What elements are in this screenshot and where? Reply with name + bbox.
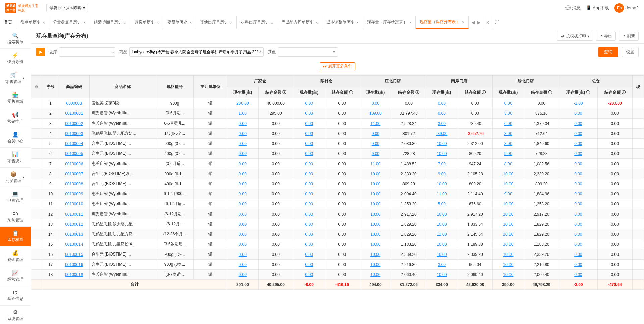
- table-row: 18 00100018 惠氏启智 (Wyeth illu... (3-7岁适..…: [31, 270, 644, 280]
- col-factory-amt: 结存金额 ⓘ: [258, 87, 293, 98]
- user-area[interactable]: Ea demo2: [614, 3, 639, 13]
- search-btn[interactable]: 查询: [598, 47, 618, 57]
- page-title: 现存量查询(库存分布): [36, 33, 88, 40]
- col-spec-header: 规格型号: [156, 76, 193, 98]
- refresh-btn[interactable]: ↺ 刷新: [619, 32, 639, 41]
- filter-expand-arrow[interactable]: ▶: [36, 48, 45, 56]
- color-filter: 颜色 ▾: [268, 47, 338, 57]
- tab-material-out[interactable]: 材料出库单历史 ×: [237, 16, 277, 29]
- export-btn[interactable]: ↗ 导出: [596, 32, 616, 41]
- ecommerce-icon: 💻: [1, 191, 29, 197]
- col-extra-header: 现: [632, 76, 644, 98]
- table-row: 10 00100009 惠氏启智 (Wyeth illu... 6-12月900…: [31, 189, 644, 199]
- app-download-btn[interactable]: 📱 App下载: [586, 5, 609, 11]
- table-row: 1 0000003 爱他美 卤莱3段 900g 罐 200.00 40,000.…: [31, 98, 644, 108]
- tab-inventory-check[interactable]: 盘点单历史 ×: [16, 16, 49, 29]
- col-jiangbei-header: 江北门店: [360, 76, 426, 87]
- table-row: 13 00100012 飞鹤星飞帆 较大婴儿配... (6-12月... 罐 0…: [31, 219, 644, 229]
- sidebar-item-operations[interactable]: 📈 经营管理: [0, 266, 31, 286]
- stats-icon: 📊: [1, 151, 29, 157]
- table-row: 17 00100016 合生元 (BIOSTIME) ... 900g (3岁.…: [31, 260, 644, 270]
- product-dots-icon[interactable]: ···: [259, 50, 262, 54]
- sidebar-item-system[interactable]: ⚙ 系统管理: [0, 306, 31, 324]
- logo-text: 畅捷通好生意 标版: [18, 4, 38, 12]
- close-icon[interactable]: ×: [409, 20, 411, 25]
- sidebar-item-finance[interactable]: 💰 资金管理: [0, 246, 31, 266]
- system-icon: ⚙: [1, 309, 29, 315]
- table-row: 2 00100001 惠氏启智 (Wyeth illu... (0-6月适...…: [31, 108, 644, 119]
- sidebar: 🔍 搜索英单 ⚡ 快捷导航 🛒 零售管理 ▲ 🏪 零售商城 📢 营销推广 👤 会…: [0, 29, 31, 324]
- close-icon[interactable]: ×: [316, 20, 318, 25]
- warehouse-input[interactable]: [59, 47, 115, 57]
- tab-requisition[interactable]: 要货单历史 ×: [163, 16, 196, 29]
- table-row: 16 00100015 合生元 (BIOSTIME) ... 900g (12-…: [31, 249, 644, 260]
- expand-icon: ⛶: [495, 20, 499, 25]
- gear-icon[interactable]: ⚙: [35, 85, 38, 89]
- product-input[interactable]: [129, 47, 264, 57]
- close-icon[interactable]: ×: [43, 20, 45, 25]
- close-icon[interactable]: ×: [83, 20, 85, 25]
- color-dropdown-icon: ▾: [333, 50, 335, 54]
- dots-icon[interactable]: ···: [111, 50, 114, 54]
- sidebar-item-retail-mgmt[interactable]: 🛒 零售管理 ▲: [0, 68, 31, 88]
- tab-stock-dist[interactable]: 现存量（库存分布表） ×: [416, 16, 468, 29]
- member-icon: 👤: [1, 131, 29, 138]
- col-total-header: 总仓: [559, 76, 632, 87]
- tab-home[interactable]: 首页: [0, 16, 16, 29]
- close-icon[interactable]: ×: [357, 20, 359, 25]
- expand-conditions-btn[interactable]: ▾▾ 展开更多条件: [320, 62, 355, 70]
- finance-icon: 💰: [1, 250, 29, 256]
- tab-other-out[interactable]: 其他出库单历史 ×: [196, 16, 236, 29]
- sidebar-item-marketing[interactable]: 📢 营销推广: [0, 108, 31, 128]
- sidebar-item-member[interactable]: 👤 会员中心: [0, 128, 31, 148]
- printer-icon: 🖨: [560, 34, 565, 39]
- tab-inventory-check2[interactable]: 分量盘点单历史 ×: [49, 16, 90, 29]
- sidebar-item-retail-shop[interactable]: 🏪 零售商城: [0, 88, 31, 108]
- print-btn[interactable]: 🖨 按模板打印 ▾: [557, 32, 593, 41]
- sidebar-item-basic[interactable]: 🗂 基础信息: [0, 286, 31, 306]
- export-icon: ↗: [599, 34, 603, 39]
- tab-cost-adj[interactable]: 成本调整单历史 ×: [322, 16, 363, 29]
- sidebar-item-search[interactable]: 🔍 搜索英单: [0, 29, 31, 49]
- message-icon: 💬: [565, 5, 571, 10]
- content-area: 现存量查询(库存分布) 🖨 按模板打印 ▾ ↗ 导出 ↺ 刷新: [31, 29, 644, 324]
- nav-close-all[interactable]: ✕: [483, 16, 492, 29]
- close-icon[interactable]: ×: [157, 20, 159, 25]
- settings-btn[interactable]: 设置: [622, 47, 639, 57]
- nav-tabs: 首页 盘点单历史 × 分量盘点单历史 × 组装拆卸单历史 × 调拨单历史 × 要…: [0, 16, 644, 29]
- col-yubeimen-amt: 结存金额 ⓘ: [524, 87, 559, 98]
- col-seq-header: 序号: [42, 76, 59, 98]
- nav-next-icon[interactable]: ▶: [476, 19, 482, 26]
- sidebar-item-purchase[interactable]: 🛍 采购管理: [0, 207, 31, 227]
- expand-v-icon: ▾▾: [323, 64, 327, 69]
- sidebar-item-wholesale[interactable]: 📦 批发管理 ▼: [0, 168, 31, 187]
- tab-stock-status[interactable]: 现存量（库存状况表） ×: [363, 16, 416, 29]
- tab-assemble[interactable]: 组装拆卸单历史 ×: [90, 16, 130, 29]
- message-btn[interactable]: 💬 消息: [565, 5, 581, 11]
- table-row: 15 00100014 飞鹤星飞帆 儿童奶粉 4... (3-6岁适用... 罐…: [31, 239, 644, 249]
- tab-transfer[interactable]: 调拨单历史 ×: [130, 16, 163, 29]
- sidebar-item-inventory[interactable]: 📋 库存核算: [0, 227, 31, 246]
- close-icon[interactable]: ×: [190, 20, 192, 25]
- sidebar-item-quick-nav[interactable]: ⚡ 快捷导航: [0, 49, 31, 68]
- col-settings[interactable]: ⚙: [31, 76, 42, 98]
- warehouse-input-wrap: ···: [59, 47, 115, 57]
- col-unit-header: 主计量单位: [194, 76, 227, 98]
- operations-icon: 📈: [1, 270, 29, 276]
- nav-arrows: ◀ ▶: [469, 16, 483, 29]
- close-icon[interactable]: ×: [462, 20, 464, 24]
- table-row: 6 00100005 合生元 (BIOSTIME) ... 400g (0-6.…: [31, 149, 644, 159]
- close-icon[interactable]: ×: [271, 20, 273, 25]
- close-icon[interactable]: ×: [230, 20, 232, 25]
- close-icon[interactable]: ×: [124, 20, 126, 25]
- refresh-icon: ↺: [622, 34, 626, 39]
- color-label: 颜色: [268, 49, 276, 55]
- industry-selector[interactable]: 母婴行业演示陈套 ▾: [46, 4, 88, 12]
- sidebar-item-retail-stats[interactable]: 📊 零售统计: [0, 148, 31, 168]
- table-row: 14 00100013 飞鹤星飞帆 幼儿配方奶... (12-36个月... 罐…: [31, 229, 644, 239]
- sidebar-item-ecommerce[interactable]: 💻 电商管理: [0, 187, 31, 207]
- tab-product-in[interactable]: 产成品入库单历史 ×: [277, 16, 322, 29]
- nav-prev-icon[interactable]: ◀: [470, 19, 476, 26]
- nav-fullscreen[interactable]: ⛶: [492, 16, 502, 29]
- color-input[interactable]: ▾: [278, 47, 338, 57]
